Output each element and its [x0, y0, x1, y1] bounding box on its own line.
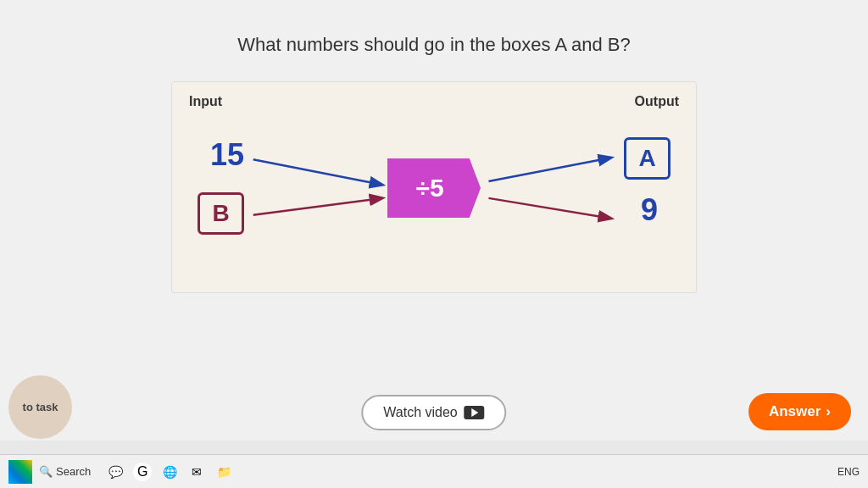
back-label: to task	[23, 401, 58, 413]
taskbar-google-icon[interactable]: G	[133, 463, 152, 481]
svg-line-2	[488, 158, 610, 181]
back-to-task-button[interactable]: to task	[8, 375, 72, 439]
watch-video-button[interactable]: Watch video	[361, 395, 506, 430]
box-a: A	[624, 137, 670, 180]
taskbar: 🔍 Search 💬 G 🌐 ✉ 📁 ENG	[0, 454, 868, 488]
output-bottom-number: 9	[641, 192, 658, 228]
answer-chevron: ›	[826, 403, 831, 420]
windows-start-button[interactable]	[8, 460, 32, 484]
taskbar-edge-icon[interactable]: 🌐	[160, 463, 179, 481]
answer-label: Answer	[769, 403, 821, 420]
search-icon: 🔍	[39, 465, 53, 478]
taskbar-mail-icon[interactable]: ✉	[187, 463, 206, 481]
svg-line-3	[488, 198, 610, 219]
input-label: Input	[189, 94, 222, 109]
svg-line-0	[253, 159, 382, 185]
output-label: Output	[635, 94, 679, 109]
search-label: Search	[56, 465, 91, 478]
taskbar-search[interactable]: 🔍 Search	[39, 465, 91, 478]
taskbar-right: ENG	[837, 466, 860, 478]
main-content: What numbers should go in the boxes A an…	[0, 0, 868, 441]
video-icon	[465, 406, 485, 419]
watch-video-label: Watch video	[383, 405, 457, 420]
taskbar-icons: 💬 G 🌐 ✉ 📁	[106, 463, 233, 481]
box-b: B	[198, 192, 244, 235]
taskbar-lang: ENG	[837, 466, 860, 478]
input-top-number: 15	[210, 137, 244, 173]
taskbar-chat-icon[interactable]: 💬	[106, 463, 125, 481]
answer-button[interactable]: Answer ›	[748, 393, 851, 430]
diagram-container: Input Output 15 B ÷5 A 9	[171, 81, 697, 293]
operation-text: ÷5	[415, 174, 452, 202]
taskbar-folder-icon[interactable]: 📁	[214, 463, 233, 481]
operation-box: ÷5	[387, 158, 481, 218]
svg-line-1	[253, 198, 382, 215]
question-text: What numbers should go in the boxes A an…	[237, 34, 631, 56]
